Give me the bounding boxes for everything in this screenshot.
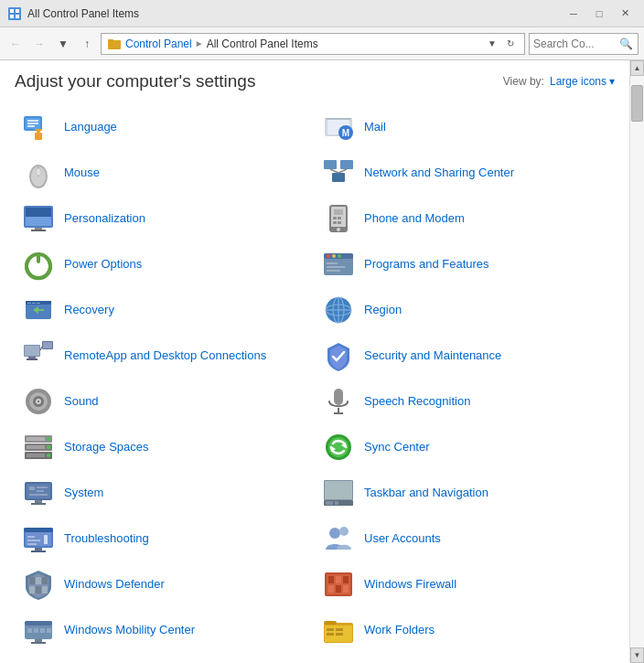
scroll-track[interactable]: [630, 76, 644, 647]
svg-rect-13: [35, 133, 42, 140]
svg-point-82: [47, 437, 50, 441]
firewall-label: Windows Firewall: [364, 577, 456, 593]
view-by: View by: Large icons ▾: [503, 75, 615, 88]
item-power[interactable]: Power Options: [15, 241, 315, 287]
network-icon: [322, 156, 355, 189]
system-icon: [22, 476, 55, 509]
main-wrap: Adjust your computer's settings View by:…: [0, 60, 644, 663]
svg-rect-133: [27, 628, 32, 633]
remoteapp-label: RemoteApp and Desktop Connections: [64, 348, 266, 364]
system-label: System: [64, 486, 103, 501]
view-by-label: View by:: [503, 75, 544, 88]
sync-label: Sync Center: [364, 440, 430, 455]
svg-point-37: [337, 228, 340, 231]
svg-rect-141: [336, 628, 343, 631]
svg-rect-130: [25, 621, 52, 626]
search-button[interactable]: 🔍: [619, 37, 633, 50]
page-title: Adjust your computer's settings: [15, 71, 255, 91]
item-mouse[interactable]: Mouse: [15, 150, 315, 196]
item-phone[interactable]: Phone and Modem: [315, 196, 615, 241]
item-users[interactable]: User Accounts: [315, 516, 615, 561]
item-system[interactable]: System: [15, 470, 315, 516]
svg-rect-123: [328, 576, 334, 583]
refresh-button[interactable]: ↻: [502, 34, 519, 54]
item-programs[interactable]: Programs and Features: [315, 241, 615, 287]
mobility-label: Windows Mobility Center: [64, 623, 195, 638]
address-dropdown-button[interactable]: ▼: [484, 34, 500, 54]
item-workfolders[interactable]: Work Folders: [315, 607, 615, 653]
svg-rect-125: [343, 576, 349, 583]
view-by-dropdown[interactable]: Large icons ▾: [550, 75, 615, 88]
svg-line-28: [330, 169, 338, 173]
users-label: User Accounts: [364, 531, 441, 547]
item-firewall[interactable]: Windows Firewall: [315, 561, 615, 607]
item-remoteapp[interactable]: RemoteApp and Desktop Connections: [15, 333, 315, 379]
svg-rect-55: [27, 303, 31, 304]
item-network[interactable]: Network and Sharing Center: [315, 150, 615, 196]
item-defender[interactable]: Windows Defender: [15, 561, 315, 607]
svg-rect-100: [325, 481, 352, 499]
personalization-label: Personalization: [64, 211, 145, 227]
minimize-button[interactable]: ─: [562, 5, 585, 23]
network-label: Network and Sharing Center: [364, 166, 514, 181]
item-security[interactable]: Security and Maintenance: [315, 333, 615, 379]
svg-point-86: [47, 454, 50, 457]
svg-rect-102: [326, 501, 333, 505]
troubleshoot-label: Troubleshooting: [64, 531, 149, 547]
svg-rect-38: [334, 209, 343, 215]
svg-line-67: [40, 347, 42, 350]
svg-rect-140: [327, 628, 334, 631]
svg-rect-75: [334, 389, 343, 405]
recent-button[interactable]: ▼: [53, 34, 73, 54]
scroll-thumb[interactable]: [631, 85, 643, 122]
folder-icon: [107, 37, 122, 51]
svg-rect-115: [29, 577, 35, 584]
svg-rect-138: [324, 621, 337, 625]
scroll-down-button[interactable]: ▼: [630, 647, 644, 663]
taskbar-label: Taskbar and Navigation: [364, 486, 488, 501]
svg-rect-117: [42, 577, 48, 584]
breadcrumb-control-panel[interactable]: Control Panel: [125, 37, 192, 50]
svg-rect-4: [16, 15, 19, 18]
svg-rect-119: [36, 586, 41, 593]
svg-rect-66: [43, 342, 52, 348]
item-speech[interactable]: Speech Recognition: [315, 379, 615, 424]
storage-icon: [22, 431, 55, 464]
svg-rect-103: [335, 501, 338, 505]
svg-rect-128: [343, 585, 349, 593]
item-recovery[interactable]: Recovery: [15, 287, 315, 333]
up-button[interactable]: ↑: [77, 34, 97, 54]
item-mobility[interactable]: Windows Mobility Center: [15, 607, 315, 653]
search-input[interactable]: [533, 37, 616, 50]
svg-rect-57: [37, 303, 40, 304]
forward-button[interactable]: →: [29, 34, 49, 54]
item-personalization[interactable]: Personalization: [15, 196, 315, 241]
maximize-button[interactable]: □: [587, 5, 611, 23]
item-language[interactable]: Language: [15, 104, 315, 150]
speech-icon: [322, 385, 355, 418]
svg-rect-41: [333, 221, 337, 224]
close-button[interactable]: ✕: [613, 5, 637, 23]
personalization-icon: [22, 202, 55, 235]
storage-label: Storage Spaces: [64, 440, 149, 455]
scroll-up-button[interactable]: ▲: [630, 60, 644, 76]
svg-rect-64: [25, 346, 39, 356]
item-troubleshoot[interactable]: Troubleshooting: [15, 516, 315, 561]
item-taskbar[interactable]: Taskbar and Navigation: [315, 470, 615, 516]
item-storage[interactable]: Storage Spaces: [15, 424, 315, 470]
item-sound[interactable]: Sound: [15, 379, 315, 424]
firewall-icon: [322, 568, 355, 601]
power-icon: [22, 248, 55, 281]
svg-rect-39: [333, 217, 337, 219]
item-sync[interactable]: Sync Center: [315, 424, 615, 470]
item-mail[interactable]: M Mail: [315, 104, 615, 150]
taskbar-icon: [322, 476, 355, 509]
svg-rect-5: [108, 40, 121, 49]
programs-icon: [322, 248, 355, 281]
svg-rect-81: [27, 437, 45, 441]
back-button[interactable]: ←: [5, 34, 26, 54]
region-label: Region: [364, 303, 402, 318]
mobility-icon: [22, 614, 55, 647]
svg-rect-124: [336, 576, 341, 583]
item-region[interactable]: Region: [315, 287, 615, 333]
